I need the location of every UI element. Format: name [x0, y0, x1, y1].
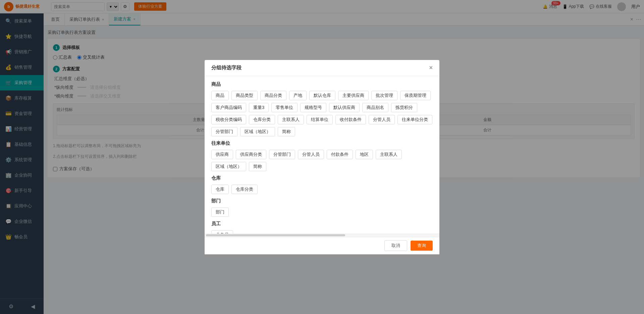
field-tag-abbr[interactable]: 简称: [278, 127, 295, 136]
section-title-product: 商品: [211, 81, 433, 87]
field-tag-tax-code[interactable]: 税收分类编码: [211, 115, 246, 124]
field-tag-product-alias[interactable]: 商品别名: [362, 103, 388, 112]
field-tag-weight3[interactable]: 重量3: [249, 103, 269, 112]
field-tag-customer-code[interactable]: 客户商品编码: [211, 103, 246, 112]
modal-body[interactable]: 商品 商品 商品类型 商品分类 产地 默认仓库 主要供应商 批次管理 保质期管理…: [205, 76, 439, 234]
field-tag-spec-model[interactable]: 规格型号: [300, 103, 326, 112]
modal-overlay: 分组待选字段 × 商品 商品 商品类型 商品分类 产地 默认仓库 主要供应商 批…: [0, 0, 644, 314]
field-tag-settlement-unit[interactable]: 结算单位: [307, 115, 333, 124]
section-title-counterpart: 往来单位: [211, 140, 433, 146]
confirm-button[interactable]: 查询: [411, 241, 433, 251]
field-tag-warehouse-cat[interactable]: 仓库分类: [231, 185, 258, 194]
field-tag-batch-mgmt[interactable]: 批次管理: [371, 91, 397, 100]
field-tag-origin[interactable]: 产地: [289, 91, 307, 100]
field-tag-dept[interactable]: 分管部门: [211, 127, 237, 136]
field-tag-warehouse[interactable]: 仓库: [211, 185, 229, 194]
counterpart-fields: 供应商 供应商分类 分管部门 分管人员 付款条件 地区 主联系人 区域（地区） …: [211, 150, 433, 171]
field-tag-main-supplier[interactable]: 主要供应商: [338, 91, 369, 100]
field-tag-manage-person[interactable]: 分管人员: [298, 150, 324, 159]
hscroll-bar: [206, 234, 345, 236]
product-fields: 商品 商品类型 商品分类 产地 默认仓库 主要供应商 批次管理 保质期管理 客户…: [211, 91, 433, 136]
modal-hscroll[interactable]: [205, 234, 439, 237]
field-select-modal: 分组待选字段 × 商品 商品 商品类型 商品分类 产地 默认仓库 主要供应商 批…: [205, 60, 439, 254]
field-tag-supplier-category[interactable]: 供应商分类: [236, 150, 266, 159]
field-tag-payment-condition[interactable]: 付款条件: [327, 150, 353, 159]
field-tag-salesperson[interactable]: 业务员: [211, 230, 233, 234]
department-fields: 部门: [211, 207, 433, 217]
field-tag-supplier[interactable]: 供应商: [211, 150, 233, 159]
field-tag-manager[interactable]: 分管人员: [369, 115, 395, 124]
field-tag-default-warehouse[interactable]: 默认仓库: [309, 91, 335, 100]
field-tag-default-supplier[interactable]: 默认供应商: [329, 103, 360, 112]
field-tag-warehouse-category[interactable]: 仓库分类: [249, 115, 275, 124]
staff-fields: 业务员: [211, 230, 433, 234]
field-tag-pick-points[interactable]: 拣货积分: [391, 103, 417, 112]
field-tag-shelf-life[interactable]: 保质期管理: [400, 91, 431, 100]
field-tag-counterpart-category[interactable]: 往来单位分类: [397, 115, 432, 124]
section-title-department: 部门: [211, 198, 433, 204]
field-tag-area[interactable]: 地区: [356, 150, 373, 159]
field-tag-department[interactable]: 部门: [211, 207, 229, 217]
field-tag-retail-unit[interactable]: 零售单位: [271, 103, 298, 112]
field-tag-region2[interactable]: 区域（地区）: [211, 162, 246, 171]
modal-footer: 取消 查询: [205, 237, 439, 254]
warehouse-fields: 仓库 仓库分类: [211, 185, 433, 194]
section-title-warehouse: 仓库: [211, 175, 433, 181]
field-tag-main-contact2[interactable]: 主联系人: [376, 150, 402, 159]
cancel-button[interactable]: 取消: [384, 240, 407, 251]
section-title-staff: 员工: [211, 221, 433, 227]
field-tag-product[interactable]: 商品: [211, 91, 229, 100]
modal-close-btn[interactable]: ×: [429, 64, 433, 71]
modal-title: 分组待选字段: [211, 65, 241, 71]
field-tag-main-contact[interactable]: 主联系人: [278, 115, 304, 124]
field-tag-product-category[interactable]: 商品分类: [260, 91, 286, 100]
field-tag-product-type[interactable]: 商品类型: [231, 91, 258, 100]
field-tag-manage-dept[interactable]: 分管部门: [269, 150, 295, 159]
field-tag-abbr2[interactable]: 简称: [249, 162, 266, 171]
field-tag-region[interactable]: 区域（地区）: [240, 127, 275, 136]
field-tag-payment-terms[interactable]: 收付款条件: [335, 115, 366, 124]
modal-header: 分组待选字段 ×: [205, 60, 439, 76]
